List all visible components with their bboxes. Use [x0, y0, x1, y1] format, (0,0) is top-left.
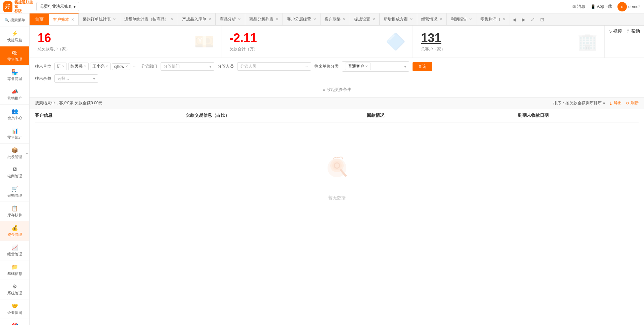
- tab-next-button[interactable]: ▶: [519, 17, 528, 22]
- sidebar-item-finance[interactable]: 💰 资金管理: [0, 221, 29, 241]
- tab-product-analysis[interactable]: 商品分析 ✕: [216, 13, 245, 26]
- balance-label: 往来余额: [35, 76, 51, 81]
- debt-amount-value: -2.11: [229, 31, 257, 45]
- stat-debt-customers: 16 总欠款客户（家） 💴: [30, 26, 221, 58]
- tab-close-profit[interactable]: ✕: [469, 17, 472, 22]
- sidebar-item-retail-mgmt[interactable]: 🛍 零售管理: [0, 46, 29, 66]
- sidebar-item-purchase[interactable]: 🛒 采购管理: [0, 182, 29, 202]
- logo-area: 好 畅捷通好生意 标版: [3, 0, 33, 13]
- help-link[interactable]: ？ 帮助: [626, 28, 640, 34]
- wholesale-icon: 📦: [11, 147, 18, 153]
- unit-tag-cjttcw: cjttcw ✕: [112, 63, 130, 70]
- member-icon: 👥: [11, 108, 18, 114]
- tab-close-ops[interactable]: ✕: [439, 17, 442, 22]
- tab-close-customer-book[interactable]: ✕: [71, 17, 74, 22]
- total-customers-icon: 🏢: [577, 32, 598, 51]
- sidebar-item-inventory[interactable]: 📋 库存核算: [0, 202, 29, 221]
- account-selector[interactable]: 母婴行业演示账套 ▾: [36, 2, 79, 11]
- sidebar-item-member-center[interactable]: 👥 会员中心: [0, 105, 29, 124]
- tab-customer-segment[interactable]: 客户分层经营 ✕: [283, 13, 320, 26]
- tab-operations-status[interactable]: 经营情况 ✕: [417, 13, 447, 26]
- unit-tag-wang: 王小亮 ✕: [90, 63, 111, 70]
- video-help-link[interactable]: ▷ 视频: [609, 28, 622, 34]
- sidebar-item-basic[interactable]: 📁 基础信息: [0, 260, 29, 280]
- tab-production-stock[interactable]: 产成品入库单 ✕: [178, 13, 216, 26]
- balance-select[interactable]: 选择... ▾: [54, 74, 98, 83]
- tab-inventory-stats[interactable]: 进货单统计表（按商品） ✕: [120, 13, 178, 26]
- tab-customer-contact[interactable]: 客户联络 ✕: [320, 13, 350, 26]
- sidebar-item-retail-mall[interactable]: 🏪 零售商城: [0, 66, 29, 85]
- tab-close-purchase-order[interactable]: ✕: [113, 17, 116, 22]
- unit-tag-cjttcw-close[interactable]: ✕: [125, 65, 128, 68]
- export-icon: ⤓: [609, 101, 612, 106]
- tab-close-product-list[interactable]: ✕: [275, 17, 278, 22]
- tab-restore-button[interactable]: ⊡: [538, 17, 547, 22]
- logo-text: 畅捷通好生意 标版: [14, 0, 33, 13]
- message-button[interactable]: ✉ 消息: [572, 4, 585, 9]
- app-download-button[interactable]: 📱 App下载: [591, 4, 612, 9]
- unit-tags-more[interactable]: ···: [132, 64, 138, 70]
- tab-close-product-analysis[interactable]: ✕: [238, 17, 241, 22]
- export-button[interactable]: ⤓ 导出: [609, 100, 622, 106]
- unit-tag-chen-close[interactable]: ✕: [84, 65, 86, 68]
- empty-text: 暂无数据: [328, 195, 346, 201]
- tab-close-reminder[interactable]: ✕: [372, 17, 375, 22]
- sidebar-item-marketing[interactable]: 📣 营销推广: [0, 85, 29, 105]
- finance-icon: 💰: [11, 225, 18, 231]
- tab-purchase-order[interactable]: 采购订单统计表 ✕: [79, 13, 120, 26]
- unit-tags: 伍 ✕ 陈民强 ✕ 王小亮 ✕: [54, 63, 138, 70]
- tab-product-analysis-list[interactable]: 商品分析列表 ✕: [245, 13, 283, 26]
- sidebar-item-operations[interactable]: 📈 经营管理: [0, 241, 29, 260]
- tab-close-segment[interactable]: ✕: [313, 17, 316, 22]
- sidebar-item-enterprise-collab[interactable]: 🤝 企业协同: [0, 299, 29, 319]
- tab-close-retail-profit[interactable]: ✕: [503, 17, 506, 22]
- col-header-repay: 回款情况: [367, 112, 518, 118]
- tab-retail-profit[interactable]: 零售利润（ ✕: [476, 13, 510, 26]
- tab-new-incentive[interactable]: 新增提成方案 ✕: [380, 13, 417, 26]
- tab-home[interactable]: 首页: [30, 13, 49, 26]
- tab-prev-button[interactable]: ◀: [510, 17, 519, 22]
- search-menu-button[interactable]: 🔍 搜索菜单: [2, 16, 27, 24]
- tab-close-production[interactable]: ✕: [208, 17, 211, 22]
- tab-close-inventory-stats[interactable]: ✕: [171, 17, 174, 22]
- app-icon: 📱: [591, 4, 596, 9]
- tab-reminder-settings[interactable]: 提成设置 ✕: [350, 13, 380, 26]
- unit-tag-wang-close[interactable]: ✕: [105, 65, 108, 68]
- query-button[interactable]: 查询: [413, 62, 432, 71]
- tab-maximize-button[interactable]: ⤢: [528, 17, 538, 22]
- sidebar-quick-nav[interactable]: ⚡ 快捷导航: [0, 27, 29, 46]
- collapse-button[interactable]: ∧ 收起更多条件: [318, 85, 355, 94]
- empty-state: 暂无数据: [35, 122, 639, 228]
- result-summary: 搜索结果中，客户0家 欠款金额0.00元: [35, 100, 102, 106]
- tab-close-contact[interactable]: ✕: [343, 17, 346, 22]
- unit-class-select[interactable]: 普通客户 ✕ ▾: [342, 61, 409, 72]
- unit-tag-wu-close[interactable]: ✕: [62, 65, 65, 68]
- unit-label: 往来单位: [35, 64, 51, 69]
- dept-select[interactable]: 分管部门 ▾: [161, 62, 214, 71]
- sidebar-item-ecommerce[interactable]: 🖥 电商管理: [0, 163, 29, 182]
- sidebar-item-wholesale[interactable]: 📦 批发管理: [0, 144, 29, 163]
- sidebar: 🔍 搜索菜单 ⚡ 快捷导航 🛍 零售管理 🏪 零售商城 📣 营销推广: [0, 13, 30, 325]
- classify-tag-close[interactable]: ✕: [365, 65, 368, 68]
- person-select[interactable]: 分管人员 ···: [237, 62, 311, 71]
- newbie-icon: 🎯: [11, 322, 18, 325]
- sidebar-item-system[interactable]: ⚙ 系统管理: [0, 280, 29, 299]
- help-icon: ？: [626, 28, 630, 34]
- tab-profit-report[interactable]: 利润报告 ✕: [447, 13, 476, 26]
- tab-customer-book[interactable]: 客户账本 ✕: [49, 13, 79, 26]
- content-area: 首页 客户账本 ✕ 采购订单统计表 ✕ 进货单统计表（按商品） ✕ 产成品入库单…: [30, 13, 644, 325]
- total-customers-label: 总客户（家）: [421, 46, 445, 52]
- tab-close-incentive[interactable]: ✕: [410, 17, 413, 22]
- sidebar-item-retail-stats[interactable]: 📊 零售统计: [0, 124, 29, 144]
- stat-debt-amount: -2.11 欠款合计（万） 🔷: [221, 26, 413, 58]
- sort-selector[interactable]: 排序：按欠款金额倒序排序 ▾: [553, 100, 605, 106]
- col-header-debt: 欠款交易信息（占比）: [186, 112, 367, 118]
- user-menu[interactable]: d demo2: [617, 2, 641, 11]
- ecommerce-icon: 🖥: [12, 167, 17, 173]
- refresh-button[interactable]: ↺ 刷新: [626, 100, 639, 106]
- sidebar-item-newbie[interactable]: 🎯 新手引导: [0, 319, 29, 325]
- main-layout: 🔍 搜索菜单 ⚡ 快捷导航 🛍 零售管理 🏪 零售商城 📣 营销推广: [0, 13, 644, 325]
- result-bar: 搜索结果中，客户0家 欠款金额0.00元 排序：按欠款金额倒序排序 ▾ ⤓ 导出…: [30, 98, 644, 109]
- debt-customers-icon: 💴: [194, 32, 214, 51]
- col-header-date: 到期未收款日期: [518, 112, 639, 118]
